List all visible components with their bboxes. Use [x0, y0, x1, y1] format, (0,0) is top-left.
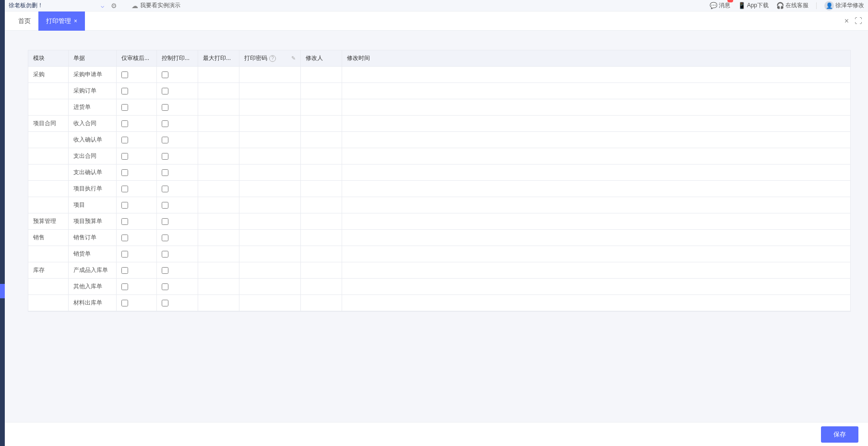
audit-only-checkbox[interactable] [121, 218, 128, 225]
online-service-label: 在线客服 [785, 1, 809, 10]
phone-icon: 📱 [738, 2, 746, 9]
audit-only-checkbox[interactable] [121, 186, 128, 192]
control-print-checkbox[interactable] [162, 71, 168, 78]
doc-cell: 收入确认单 [69, 132, 117, 148]
control-print-checkbox[interactable] [162, 137, 168, 143]
audit-only-checkbox[interactable] [121, 120, 128, 127]
max-print-cell [198, 197, 239, 213]
col-audit-only: 仅审核后... [117, 50, 157, 66]
audit-only-checkbox[interactable] [121, 71, 128, 78]
user-menu[interactable]: 👤 徐泽华修改 [824, 1, 864, 11]
audit-only-cell [117, 116, 157, 131]
doc-cell: 采购订单 [69, 83, 117, 99]
module-cell [28, 132, 69, 148]
control-print-checkbox[interactable] [162, 300, 168, 306]
audit-only-checkbox[interactable] [121, 169, 128, 176]
audit-only-cell [117, 197, 157, 213]
control-print-checkbox[interactable] [162, 120, 168, 127]
print-password-cell [239, 279, 301, 294]
control-print-cell [157, 279, 198, 294]
modify-time-cell [342, 246, 850, 262]
control-print-checkbox[interactable] [162, 235, 168, 241]
doc-cell: 项目 [69, 197, 117, 213]
max-print-cell [198, 279, 239, 294]
module-cell: 预算管理 [28, 213, 69, 229]
close-all-icon[interactable]: × [844, 17, 849, 25]
edit-icon[interactable]: ✎ [291, 55, 296, 61]
control-print-checkbox[interactable] [162, 88, 168, 94]
doc-cell: 支出合同 [69, 148, 117, 164]
control-print-checkbox[interactable] [162, 283, 168, 290]
table-row: 库存产成品入库单 [28, 262, 850, 279]
audit-only-checkbox[interactable] [121, 137, 128, 143]
control-print-checkbox[interactable] [162, 153, 168, 160]
control-print-checkbox[interactable] [162, 251, 168, 258]
save-button[interactable]: 保存 [821, 426, 858, 443]
max-print-cell [198, 295, 239, 311]
audit-only-checkbox[interactable] [121, 104, 128, 111]
doc-cell: 项目预算单 [69, 213, 117, 229]
max-print-cell [198, 116, 239, 131]
col-modifier: 修改人 [301, 50, 342, 66]
control-print-checkbox[interactable] [162, 267, 168, 274]
module-cell: 销售 [28, 230, 69, 246]
tab-print-management[interactable]: 打印管理 × [38, 12, 85, 31]
control-print-checkbox[interactable] [162, 218, 168, 225]
notification-badge [727, 0, 733, 2]
control-print-cell [157, 181, 198, 197]
max-print-cell [198, 99, 239, 115]
topbar-right: 💬 消息 📱 App下载 🎧 在线客服 👤 徐泽华修改 [710, 1, 864, 11]
doc-cell: 其他入库单 [69, 279, 117, 294]
control-print-checkbox[interactable] [162, 169, 168, 176]
app-download-link[interactable]: 📱 App下载 [738, 1, 769, 10]
control-print-checkbox[interactable] [162, 186, 168, 192]
module-cell [28, 279, 69, 294]
tab-home[interactable]: 首页 [11, 12, 38, 31]
audit-only-checkbox[interactable] [121, 153, 128, 160]
audit-only-checkbox[interactable] [121, 88, 128, 94]
table-row: 销货单 [28, 246, 850, 262]
audit-only-checkbox[interactable] [121, 235, 128, 241]
control-print-cell [157, 230, 198, 246]
footer-bar: 保存 [5, 422, 868, 446]
modifier-cell [301, 164, 342, 180]
modifier-cell [301, 99, 342, 115]
fullscreen-icon[interactable]: ⛶ [855, 17, 862, 25]
username-label: 徐泽华修改 [835, 1, 864, 10]
audit-only-checkbox[interactable] [121, 300, 128, 306]
control-print-cell [157, 197, 198, 213]
print-settings-table: 模块 单据 仅审核后... 控制打印... 最大打印... 打印密码 ? ✎ 修… [28, 50, 851, 312]
audit-only-cell [117, 295, 157, 311]
audit-only-checkbox[interactable] [121, 283, 128, 290]
audit-only-cell [117, 230, 157, 246]
print-password-cell [239, 230, 301, 246]
print-password-cell [239, 262, 301, 278]
company-selector[interactable]: 徐老板勿删！ [9, 1, 43, 10]
audit-only-cell [117, 213, 157, 229]
audit-only-checkbox[interactable] [121, 251, 128, 258]
control-print-checkbox[interactable] [162, 202, 168, 209]
help-icon[interactable]: ? [269, 55, 276, 62]
control-print-cell [157, 132, 198, 148]
module-cell [28, 295, 69, 311]
demo-link[interactable]: 我要看实例演示 [140, 1, 180, 10]
close-icon[interactable]: × [74, 18, 77, 24]
tab-home-label: 首页 [18, 17, 31, 25]
online-service-link[interactable]: 🎧 在线客服 [776, 1, 809, 10]
max-print-cell [198, 148, 239, 164]
print-password-cell [239, 246, 301, 262]
table-body[interactable]: 采购采购申请单采购订单进货单项目合同收入合同收入确认单支出合同支出确认单项目执行… [28, 67, 850, 311]
messages-link[interactable]: 💬 消息 [710, 1, 730, 10]
modifier-cell [301, 181, 342, 197]
control-print-checkbox[interactable] [162, 104, 168, 111]
max-print-cell [198, 67, 239, 82]
audit-only-checkbox[interactable] [121, 202, 128, 209]
table-row: 项目合同收入合同 [28, 116, 850, 132]
audit-only-checkbox[interactable] [121, 267, 128, 274]
print-password-cell [239, 116, 301, 131]
module-cell [28, 148, 69, 164]
audit-only-cell [117, 132, 157, 148]
chevron-down-icon[interactable]: ⌵ [101, 2, 104, 9]
modifier-cell [301, 148, 342, 164]
gear-icon[interactable]: ⚙ [111, 2, 117, 10]
